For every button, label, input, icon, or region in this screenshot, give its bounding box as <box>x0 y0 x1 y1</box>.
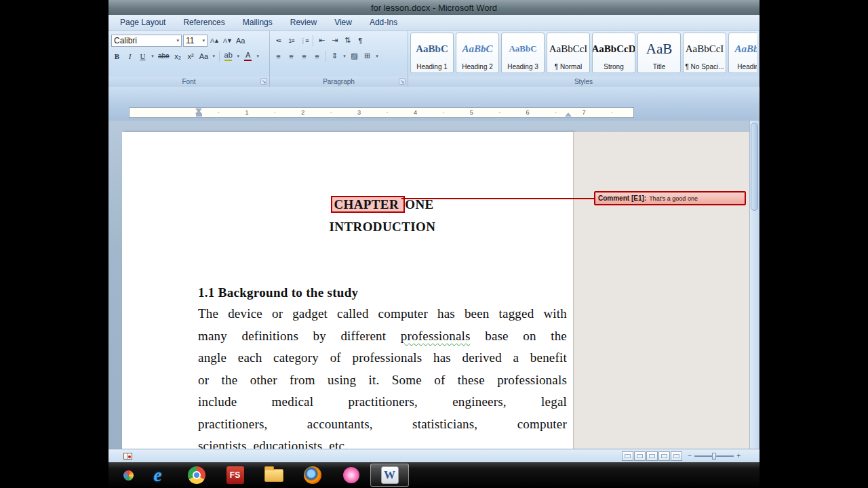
zoom-in-icon[interactable]: + <box>736 452 741 460</box>
taskbar-item-media-app[interactable] <box>332 464 370 487</box>
shading-button[interactable]: ▨ <box>349 50 360 62</box>
vertical-scrollbar[interactable] <box>749 121 759 449</box>
hanging-indent-marker[interactable] <box>195 106 202 114</box>
decrease-indent-button[interactable]: ⇤ <box>316 35 328 46</box>
title-bar[interactable]: for lesson.docx - Microsoft Word <box>108 0 760 15</box>
ruler-tick: · <box>442 109 444 116</box>
style-card[interactable]: AaBbCcI ¶ No Spaci... <box>683 33 726 73</box>
ruler-tick: · <box>218 109 220 116</box>
text-highlight-button[interactable]: ab <box>222 50 234 62</box>
dialog-launcher-icon[interactable]: ↘ <box>260 78 267 85</box>
sort-button[interactable]: ⇅ <box>342 35 353 46</box>
font-name-combo[interactable]: Calibri ▾ <box>111 35 182 47</box>
fullscreen-reading-view-button[interactable] <box>634 451 646 461</box>
bullets-button[interactable]: •≡ <box>273 35 284 46</box>
taskbar-item-chrome[interactable] <box>177 464 216 487</box>
align-center-button[interactable]: ≡ <box>285 50 297 62</box>
grow-font-button[interactable]: A▲ <box>209 35 220 46</box>
font-color-button[interactable]: A <box>242 50 254 62</box>
ribbon-tab[interactable]: Review <box>281 15 326 30</box>
strikethrough-button[interactable]: abe <box>157 50 171 62</box>
right-indent-marker[interactable] <box>565 109 572 117</box>
ruler-tick: · <box>611 109 613 116</box>
comment-balloon[interactable]: Comment [E1]: That's a good one <box>594 191 746 205</box>
clear-formatting-button[interactable]: Aa <box>235 35 246 46</box>
taskbar-item-word-active[interactable]: W <box>370 464 409 487</box>
shrink-font-button[interactable]: A▼ <box>222 35 233 46</box>
style-card[interactable]: AaBbC Heading <box>728 33 757 73</box>
style-card[interactable]: AaBbC Heading 3 <box>501 33 545 73</box>
ribbon-tab[interactable]: Add-Ins <box>361 15 406 30</box>
align-right-button[interactable]: ≡ <box>298 50 310 62</box>
web-layout-view-button[interactable] <box>646 451 658 461</box>
taskbar-item[interactable] <box>118 464 138 487</box>
font-size-value: 11 <box>186 36 194 45</box>
zoom-out-icon[interactable]: − <box>688 452 692 460</box>
taskbar-item-fs-app[interactable]: FS <box>216 464 254 487</box>
bold-button[interactable]: B <box>111 50 123 62</box>
view-buttons <box>622 451 682 461</box>
style-card[interactable]: AaB Title <box>637 33 681 73</box>
style-label: Heading <box>737 63 757 70</box>
comment-anchor-highlight[interactable]: CHAPTER <box>331 196 405 213</box>
subscript-button[interactable]: x₂ <box>172 50 184 62</box>
underline-button[interactable]: U <box>137 50 149 62</box>
ribbon-tab[interactable]: View <box>326 15 361 30</box>
style-sample: AaB <box>646 35 673 63</box>
style-label: Heading 1 <box>416 63 448 70</box>
font-group-label: Font ↘ <box>108 77 269 87</box>
left-indent-marker[interactable] <box>196 114 202 117</box>
style-card[interactable]: AaBbC Heading 1 <box>410 33 454 73</box>
proofing-status-icon[interactable] <box>123 453 132 460</box>
print-layout-view-button[interactable] <box>622 451 633 461</box>
document-page[interactable]: CHAPTER ONE INTRODUCTION 1.1 Background … <box>122 132 573 449</box>
ruler-tick: · <box>330 109 332 116</box>
style-sample: AaBbC <box>462 35 492 63</box>
style-sample: AaBbCcD <box>592 35 635 63</box>
change-case-button[interactable]: Aa <box>198 50 210 62</box>
body-line: include medical practitioners, engineers… <box>198 391 567 413</box>
highlight-color-swatch <box>224 60 232 61</box>
line-spacing-button[interactable]: ⇕ <box>329 50 340 62</box>
superscript-button[interactable]: x² <box>185 50 197 62</box>
chevron-down-icon[interactable]: ▾ <box>342 54 347 59</box>
ribbon-tab[interactable]: References <box>174 15 233 30</box>
align-left-button[interactable]: ≡ <box>273 50 284 62</box>
taskbar: e FS W <box>108 462 760 488</box>
style-label: ¶ No Spaci... <box>685 63 724 70</box>
justify-button[interactable]: ≡ <box>311 50 323 62</box>
borders-button[interactable]: ⊞ <box>361 50 373 62</box>
chevron-down-icon[interactable]: ▾ <box>374 54 380 59</box>
ribbon-tab[interactable]: Page Layout <box>111 15 174 30</box>
italic-button[interactable]: I <box>124 50 136 62</box>
chevron-down-icon[interactable]: ▾ <box>235 54 241 59</box>
taskbar-item-firefox[interactable] <box>293 464 332 487</box>
word-window: for lesson.docx - Microsoft Word Page La… <box>108 0 760 488</box>
style-card[interactable]: AaBbCcD Strong <box>592 33 635 73</box>
zoom-slider-thumb[interactable] <box>712 453 716 460</box>
zoom-slider[interactable] <box>694 455 734 457</box>
show-paragraph-marks-button[interactable]: ¶ <box>355 35 366 46</box>
outline-view-button[interactable] <box>658 451 670 461</box>
scrollbar-thumb[interactable] <box>751 123 758 211</box>
body-line: or the other from using it. Some of thes… <box>198 369 567 392</box>
draft-view-button[interactable] <box>671 451 682 461</box>
chevron-down-icon[interactable]: ▾ <box>150 54 155 59</box>
font-size-combo[interactable]: 11 ▾ <box>183 35 208 47</box>
increase-indent-button[interactable]: ⇥ <box>329 35 340 46</box>
flower-app-icon <box>343 467 359 483</box>
ribbon-tab[interactable]: Mailings <box>234 15 281 30</box>
dialog-launcher-icon[interactable]: ↘ <box>399 78 406 85</box>
taskbar-item-internet-explorer[interactable]: e <box>138 464 177 487</box>
ruler-tick: · <box>555 109 557 116</box>
font-name-value: Calibri <box>114 36 137 45</box>
zoom-control: − + <box>688 452 741 460</box>
chevron-down-icon[interactable]: ▾ <box>211 54 216 59</box>
taskbar-item-explorer[interactable] <box>254 464 293 487</box>
numbering-button[interactable]: 1≡ <box>285 35 297 46</box>
chevron-down-icon[interactable]: ▾ <box>255 54 260 59</box>
style-card[interactable]: AaBbCcI ¶ Normal <box>547 33 590 73</box>
multilevel-list-button[interactable]: ⋮≡ <box>298 35 310 46</box>
comment-label: Comment [E1]: <box>598 195 646 202</box>
style-card[interactable]: AaBbC Heading 2 <box>456 33 499 73</box>
